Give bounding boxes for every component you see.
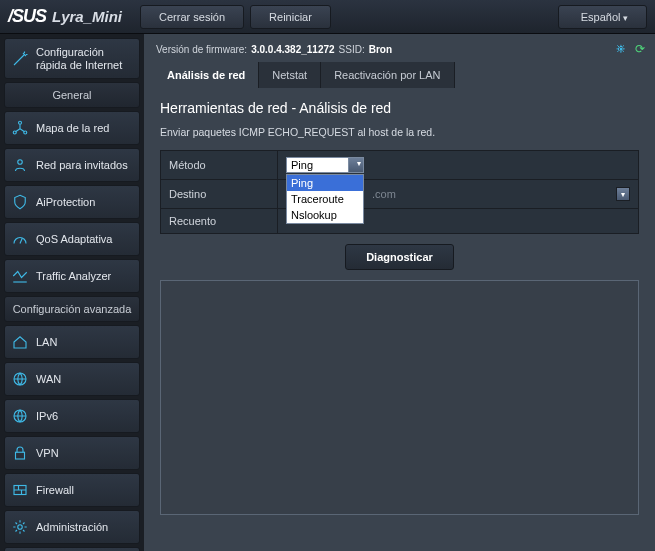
traffic-icon — [11, 267, 29, 285]
sidebar-item-admin[interactable]: Administración — [4, 510, 140, 544]
destination-label: Destino — [161, 180, 278, 209]
tab-wol[interactable]: Reactivación por LAN — [321, 62, 454, 88]
method-select[interactable]: Ping — [286, 157, 364, 173]
svg-point-8 — [18, 525, 23, 530]
gauge-icon — [11, 230, 29, 248]
brand-logo: /SUS — [8, 6, 46, 27]
method-option-traceroute[interactable]: Traceroute — [287, 191, 363, 207]
svg-point-3 — [18, 160, 23, 165]
sidebar-item-firewall[interactable]: Firewall — [4, 473, 140, 507]
shield-icon — [11, 193, 29, 211]
sidebar-item-label: VPN — [36, 447, 59, 460]
sidebar-item-network-map[interactable]: Mapa de la red — [4, 111, 140, 145]
sidebar-item-label: LAN — [36, 336, 57, 349]
method-option-ping[interactable]: Ping — [287, 175, 363, 191]
sidebar-item-ipv6[interactable]: IPv6 — [4, 399, 140, 433]
destination-input[interactable]: .com — [370, 186, 610, 202]
sidebar-item-label: AiProtection — [36, 196, 95, 209]
tab-network-analysis[interactable]: Análisis de red — [154, 62, 259, 88]
sidebar-item-label: Configuración rápida de Internet — [36, 46, 133, 71]
wand-icon — [11, 50, 29, 68]
sidebar-item-lan[interactable]: LAN — [4, 325, 140, 359]
globe-icon — [11, 407, 29, 425]
diagnose-button[interactable]: Diagnosticar — [345, 244, 454, 270]
sidebar-general-header: General — [4, 82, 140, 108]
guest-icon — [11, 156, 29, 174]
method-dropdown[interactable]: Ping Traceroute Nslookup — [286, 174, 364, 224]
sidebar-item-label: Mapa de la red — [36, 122, 109, 135]
sidebar-item-label: QoS Adaptativa — [36, 233, 112, 246]
sidebar-item-label: WAN — [36, 373, 61, 386]
sidebar-item-guest-network[interactable]: Red para invitados — [4, 148, 140, 182]
gear-icon — [11, 518, 29, 536]
sidebar-advanced-header: Configuración avanzada — [4, 296, 140, 322]
output-panel — [160, 280, 639, 515]
sidebar-item-label: Administración — [36, 521, 108, 534]
method-label: Método — [161, 151, 278, 180]
sidebar-item-label: IPv6 — [36, 410, 58, 423]
svg-rect-6 — [16, 453, 25, 460]
firmware-info: Versión de firmware:3.0.0.4.382_11272 SS… — [154, 40, 645, 62]
language-dropdown[interactable]: Español — [558, 5, 647, 29]
tab-netstat[interactable]: Netstat — [259, 62, 321, 88]
sidebar-item-qos[interactable]: QoS Adaptativa — [4, 222, 140, 256]
globe-icon — [11, 370, 29, 388]
sidebar-item-traffic-analyzer[interactable]: Traffic Analyzer — [4, 259, 140, 293]
sidebar-quick-setup[interactable]: Configuración rápida de Internet — [4, 38, 140, 79]
model-name: Lyra_Mini — [52, 8, 122, 25]
firewall-icon — [11, 481, 29, 499]
page-description: Enviar paquetes ICMP ECHO_REQUEST al hos… — [160, 126, 639, 138]
home-icon — [11, 333, 29, 351]
svg-point-0 — [19, 122, 22, 125]
count-label: Recuento — [161, 209, 278, 234]
page-title: Herramientas de red - Análisis de red — [160, 100, 639, 116]
sidebar-item-aiprotection[interactable]: AiProtection — [4, 185, 140, 219]
logout-button[interactable]: Cerrar sesión — [140, 5, 244, 29]
map-icon — [11, 119, 29, 137]
lock-icon — [11, 444, 29, 462]
sidebar-item-system-log[interactable]: Registro del sistema — [4, 547, 140, 551]
sidebar-item-label: Firewall — [36, 484, 74, 497]
users-icon[interactable]: ⛯ — [615, 42, 627, 56]
destination-dropdown-button[interactable]: ▾ — [616, 187, 630, 201]
sidebar-item-vpn[interactable]: VPN — [4, 436, 140, 470]
sidebar-item-label: Traffic Analyzer — [36, 270, 111, 283]
sidebar-item-label: Red para invitados — [36, 159, 128, 172]
reboot-button[interactable]: Reiniciar — [250, 5, 331, 29]
wifi-status-icon[interactable]: ⟳ — [635, 42, 645, 56]
method-option-nslookup[interactable]: Nslookup — [287, 207, 363, 223]
sidebar-item-wan[interactable]: WAN — [4, 362, 140, 396]
